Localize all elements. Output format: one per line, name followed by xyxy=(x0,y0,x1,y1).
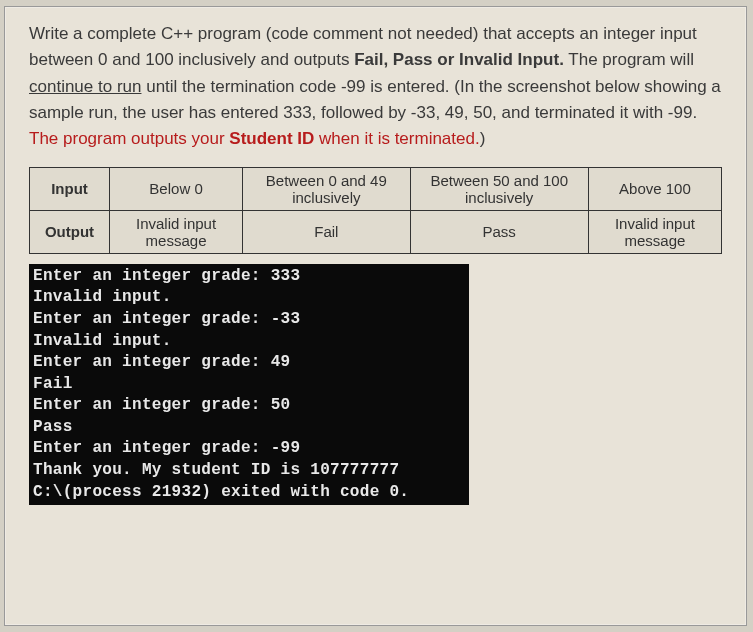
term-line: Enter an integer grade: 50 xyxy=(33,395,465,417)
header-50to100: Between 50 and 100 inclusively xyxy=(410,167,588,210)
text-underline: continue to run xyxy=(29,77,141,96)
term-line: Enter an integer grade: -33 xyxy=(33,309,465,331)
table-header-row: Input Below 0 Between 0 and 49 inclusive… xyxy=(30,167,722,210)
header-above100: Above 100 xyxy=(588,167,721,210)
cell-invalid2: Invalid input message xyxy=(588,210,721,253)
term-line: Enter an integer grade: 333 xyxy=(33,266,465,288)
text-red-pre: The program outputs your xyxy=(29,129,229,148)
text-red-post: when it is terminated. xyxy=(314,129,479,148)
cell-invalid1: Invalid input message xyxy=(110,210,243,253)
cell-pass: Pass xyxy=(410,210,588,253)
term-line: Enter an integer grade: 49 xyxy=(33,352,465,374)
term-line: Invalid input. xyxy=(33,287,465,309)
cell-fail: Fail xyxy=(243,210,410,253)
text-line3-end: until the termination xyxy=(141,77,294,96)
terminal-output: Enter an integer grade: 333 Invalid inpu… xyxy=(29,264,469,506)
term-line: Fail xyxy=(33,374,465,396)
text-line1: Write a complete C++ program (code comme… xyxy=(29,24,575,43)
term-line: Thank you. My student ID is 107777777 xyxy=(33,460,465,482)
term-line: C:\(process 21932) exited with code 0. xyxy=(33,482,465,504)
problem-statement: Write a complete C++ program (code comme… xyxy=(29,21,722,153)
text-close-paren: ) xyxy=(480,129,486,148)
text-line3-cont: The program will xyxy=(564,50,694,69)
term-line: Enter an integer grade: -99 xyxy=(33,438,465,460)
text-student-id: Student ID xyxy=(229,129,314,148)
text-line6-pre: -99. xyxy=(668,103,697,122)
text-outputs-bold: Fail, Pass or xyxy=(354,50,454,69)
text-line5: user has entered 333, followed by -33, 4… xyxy=(151,103,663,122)
header-below0: Below 0 xyxy=(110,167,243,210)
term-line: Invalid input. xyxy=(33,331,465,353)
header-input: Input xyxy=(30,167,110,210)
rules-table: Input Below 0 Between 0 and 49 inclusive… xyxy=(29,167,722,254)
cell-output: Output xyxy=(30,210,110,253)
document-page: Write a complete C++ program (code comme… xyxy=(4,6,747,626)
text-invalid-bold: Invalid Input. xyxy=(459,50,564,69)
table-output-row: Output Invalid input message Fail Pass I… xyxy=(30,210,722,253)
header-0to49: Between 0 and 49 inclusively xyxy=(243,167,410,210)
term-line: Pass xyxy=(33,417,465,439)
